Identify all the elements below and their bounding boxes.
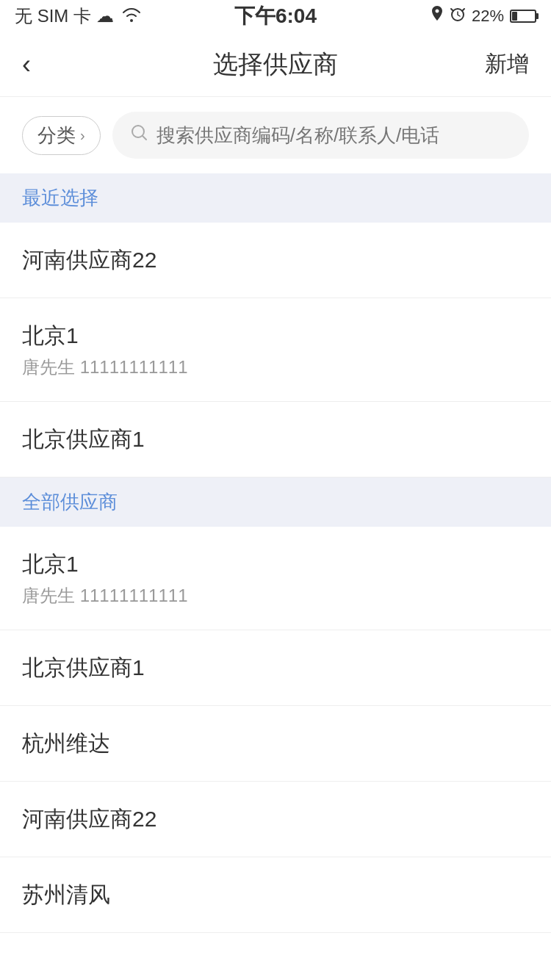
list-item-name: 北京1: [22, 320, 529, 351]
all-section-header: 全部供应商: [0, 478, 551, 527]
location-icon: [431, 6, 444, 26]
recent-list-item[interactable]: 北京供应商1: [0, 402, 551, 478]
all-list-item[interactable]: 北京供应商1: [0, 630, 551, 706]
no-sim-text: 无 SIM 卡 ☁: [15, 4, 114, 28]
list-item-sub: 唐先生 11111111111: [22, 356, 529, 379]
list-item-name: 北京供应商1: [22, 652, 529, 683]
all-section-title: 全部供应商: [22, 491, 118, 513]
all-list-item[interactable]: 苏州清风: [0, 857, 551, 933]
category-filter-button[interactable]: 分类 ›: [22, 116, 101, 155]
nav-bar: ‹ 选择供应商 新增: [0, 32, 551, 97]
add-button[interactable]: 新增: [485, 49, 529, 79]
status-right: 22%: [431, 6, 536, 26]
back-button[interactable]: ‹: [22, 49, 66, 80]
filter-bar: 分类 ›: [0, 97, 551, 173]
all-list: 北京1唐先生 11111111111北京供应商1杭州维达河南供应商22苏州清风: [0, 527, 551, 933]
recent-section-title: 最近选择: [22, 187, 98, 209]
all-list-item[interactable]: 河南供应商22: [0, 782, 551, 857]
status-time: 下午6:04: [234, 2, 317, 30]
list-item-name: 北京供应商1: [22, 424, 529, 455]
alarm-icon: [450, 6, 466, 26]
recent-list-item[interactable]: 河南供应商22: [0, 223, 551, 298]
battery-percent: 22%: [472, 7, 504, 26]
recent-section-header: 最近选择: [0, 173, 551, 223]
list-item-name: 河南供应商22: [22, 245, 529, 275]
chevron-right-icon: ›: [80, 127, 85, 144]
status-left: 无 SIM 卡 ☁: [15, 4, 142, 28]
list-item-name: 苏州清风: [22, 879, 529, 910]
search-icon: [130, 123, 149, 148]
list-item-sub: 唐先生 11111111111: [22, 584, 529, 608]
recent-list: 河南供应商22北京1唐先生 11111111111北京供应商1: [0, 223, 551, 478]
page-title: 选择供应商: [213, 48, 338, 82]
list-item-name: 河南供应商22: [22, 804, 529, 835]
search-box: [112, 112, 529, 159]
search-input[interactable]: [156, 124, 511, 147]
recent-list-item[interactable]: 北京1唐先生 11111111111: [0, 298, 551, 402]
list-item-name: 杭州维达: [22, 728, 529, 759]
all-list-item[interactable]: 北京1唐先生 11111111111: [0, 527, 551, 630]
list-item-name: 北京1: [22, 549, 529, 580]
all-list-item[interactable]: 杭州维达: [0, 706, 551, 782]
status-bar: 无 SIM 卡 ☁ 下午6:04 22%: [0, 0, 551, 32]
battery-icon: [510, 10, 536, 23]
category-label: 分类: [37, 123, 76, 148]
wifi-icon: [121, 6, 142, 26]
